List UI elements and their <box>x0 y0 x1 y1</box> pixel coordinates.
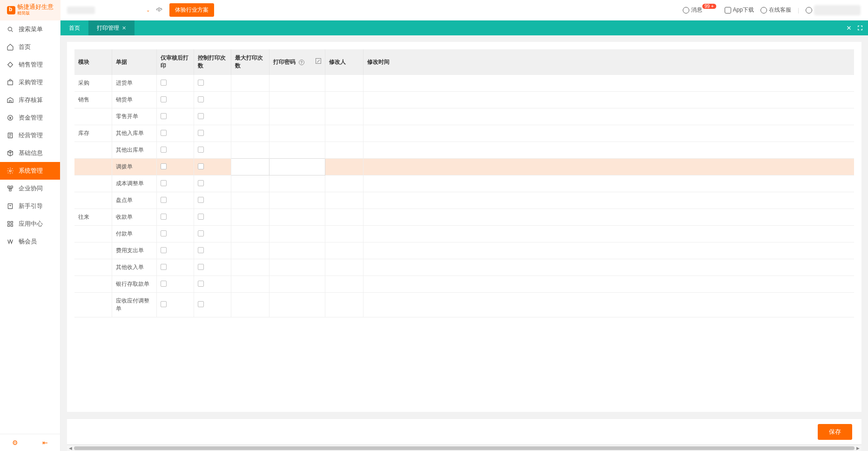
tab-1[interactable]: 打印管理✕ <box>88 20 135 35</box>
tab-close-icon[interactable]: ✕ <box>122 25 126 31</box>
svg-rect-6 <box>8 186 10 188</box>
svg-rect-11 <box>11 222 13 223</box>
help-icon[interactable]: ? <box>299 60 304 65</box>
checkbox[interactable] <box>198 180 204 186</box>
sidebar-item-5[interactable]: 资金管理 <box>0 109 60 127</box>
checkbox[interactable] <box>161 301 167 307</box>
table-row: 付款单 <box>74 226 854 242</box>
cell-module <box>74 226 112 242</box>
messages-button[interactable]: 消息 99 + <box>683 6 718 14</box>
checkbox[interactable] <box>161 113 167 119</box>
checkbox[interactable] <box>198 163 204 169</box>
sidebar-item-4[interactable]: 库存核算 <box>0 91 60 109</box>
vip-icon <box>7 238 14 245</box>
checkbox[interactable] <box>161 80 167 86</box>
sidebar-item-11[interactable]: 应用中心 <box>0 215 60 233</box>
sidebar-item-label: 畅会员 <box>19 237 37 246</box>
user-menu[interactable] <box>806 5 861 15</box>
sidebar-item-10[interactable]: 新手引导 <box>0 197 60 215</box>
cell-modify-time <box>363 242 854 259</box>
cell-limit-count <box>194 293 231 317</box>
cell-modify-time <box>363 226 854 242</box>
checkbox[interactable] <box>198 247 204 253</box>
svg-rect-13 <box>11 224 13 226</box>
checkbox[interactable] <box>198 113 204 119</box>
checkbox[interactable] <box>198 197 204 203</box>
checkbox[interactable] <box>161 230 167 236</box>
tab-close-all-icon[interactable] <box>846 25 852 31</box>
checkbox[interactable] <box>161 247 167 253</box>
max-count-input[interactable] <box>231 161 269 174</box>
edit-column-icon[interactable] <box>316 58 321 64</box>
tenant-selector[interactable]: ⌄ 体验行业方案 <box>61 3 221 17</box>
save-button[interactable]: 保存 <box>818 424 852 440</box>
sidebar-item-6[interactable]: 经营管理 <box>0 127 60 144</box>
cell-max-count <box>231 125 269 142</box>
checkbox[interactable] <box>161 180 167 186</box>
try-industry-button[interactable]: 体验行业方案 <box>169 3 214 17</box>
checkbox[interactable] <box>161 147 167 153</box>
cell-limit-count <box>194 75 231 92</box>
app-download-button[interactable]: App下载 <box>725 6 754 14</box>
cell-modify-time <box>363 276 854 293</box>
cell-audit-only <box>156 108 194 125</box>
horizontal-scrollbar[interactable]: ◀ ▶ <box>67 444 861 451</box>
gear-icon <box>7 167 14 175</box>
sidebar-item-3[interactable]: 采购管理 <box>0 74 60 91</box>
scroll-thumb[interactable] <box>74 446 855 450</box>
tab-0[interactable]: 首页 <box>61 20 88 35</box>
message-icon <box>683 7 689 13</box>
cell-audit-only <box>156 242 194 259</box>
cell-limit-count <box>194 242 231 259</box>
checkbox[interactable] <box>198 230 204 236</box>
cell-doc: 零售开单 <box>112 108 156 125</box>
checkbox[interactable] <box>198 130 204 136</box>
cell-max-count <box>231 92 269 108</box>
cell-password <box>269 209 325 226</box>
scroll-right-icon[interactable]: ▶ <box>856 446 860 451</box>
sidebar-item-2[interactable]: 销售管理 <box>0 56 60 74</box>
checkbox[interactable] <box>198 80 204 86</box>
sidebar-item-12[interactable]: 畅会员 <box>0 233 60 250</box>
checkbox[interactable] <box>198 96 204 102</box>
search-icon <box>7 26 14 33</box>
checkbox[interactable] <box>198 301 204 307</box>
tenant-gear-icon[interactable] <box>155 7 163 14</box>
checkbox[interactable] <box>161 214 167 220</box>
sidebar-item-7[interactable]: 基础信息 <box>0 144 60 162</box>
checkbox[interactable] <box>198 281 204 287</box>
checkbox[interactable] <box>161 96 167 102</box>
scroll-left-icon[interactable]: ◀ <box>69 446 72 451</box>
checkbox[interactable] <box>161 281 167 287</box>
user-name-blur <box>814 5 861 15</box>
checkbox[interactable] <box>161 163 167 169</box>
checkbox[interactable] <box>198 264 204 270</box>
cell-doc: 银行存取款单 <box>112 276 156 293</box>
cell-doc: 销货单 <box>112 92 156 108</box>
cell-max-count[interactable] <box>231 159 269 175</box>
checkbox[interactable] <box>198 214 204 220</box>
checkbox[interactable] <box>198 147 204 153</box>
sidebar-item-8[interactable]: 系统管理 <box>0 162 60 180</box>
cell-audit-only <box>156 125 194 142</box>
cell-modify-time <box>363 92 854 108</box>
fullscreen-icon[interactable] <box>857 25 863 31</box>
checkbox[interactable] <box>161 197 167 203</box>
th-password: 打印密码 ? <box>269 49 325 75</box>
sidebar-item-0[interactable]: 搜索菜单 <box>0 20 60 38</box>
checkbox[interactable] <box>161 130 167 136</box>
password-input[interactable] <box>269 161 325 174</box>
scroll-track[interactable] <box>74 446 855 450</box>
sidebar-item-1[interactable]: 首页 <box>0 38 60 56</box>
cell-limit-count <box>194 142 231 159</box>
sidebar-item-9[interactable]: 企业协同 <box>0 180 60 197</box>
cell-modifier <box>325 242 363 259</box>
cell-max-count <box>231 226 269 242</box>
online-service-button[interactable]: 在线客服 <box>760 6 791 14</box>
cell-modifier <box>325 108 363 125</box>
online-service-label: 在线客服 <box>769 6 791 14</box>
sidebar-settings-icon[interactable]: ⚙ <box>12 439 18 446</box>
cell-password[interactable] <box>269 159 325 175</box>
sidebar-collapse-icon[interactable]: ⇤ <box>42 439 48 446</box>
checkbox[interactable] <box>161 264 167 270</box>
